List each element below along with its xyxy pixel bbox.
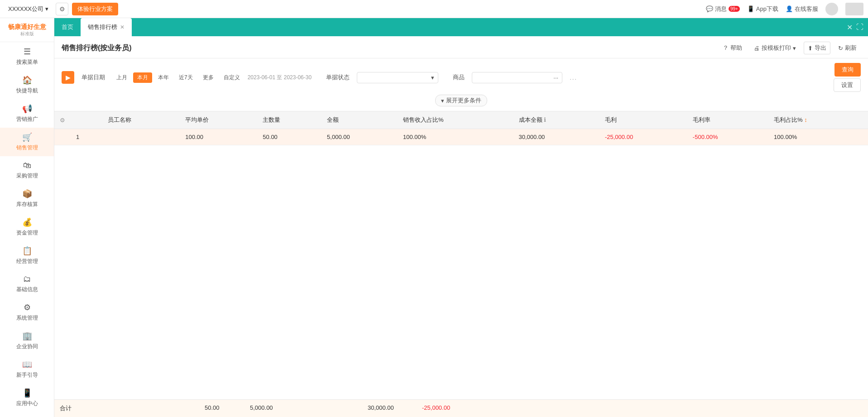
- status-label: 单据状态: [326, 73, 350, 81]
- online-service-label: 在线客服: [795, 5, 818, 13]
- expand-more-conditions-button[interactable]: ▾ 展开更多条件: [435, 95, 487, 106]
- date-btn-this-year[interactable]: 本年: [154, 72, 173, 83]
- help-button[interactable]: ？ 帮助: [719, 42, 746, 54]
- sidebar-item-sales[interactable]: 🛒 销售管理: [0, 128, 54, 156]
- tab-sales-ranking-label: 销售排行榜: [88, 23, 117, 31]
- online-service-button[interactable]: 👤 在线客服: [786, 5, 818, 13]
- tab-home-label: 首页: [62, 23, 73, 31]
- expand-icon: ▾: [441, 97, 444, 104]
- sidebar-item-wechat[interactable]: 💬 企业微信: [0, 412, 54, 417]
- print-chevron-icon: ▾: [793, 45, 796, 52]
- sales-icon: 🛒: [22, 132, 32, 142]
- tab-maximize-icon[interactable]: ⛶: [856, 23, 863, 31]
- cost-info-icon: ℹ: [544, 116, 546, 123]
- footer-amount-value: 5,000.00: [250, 404, 295, 412]
- sidebar-item-basic-info[interactable]: 🗂 基础信息: [0, 270, 54, 298]
- sidebar-item-operation[interactable]: 📋 经营管理: [0, 241, 54, 270]
- filter-toggle-button[interactable]: ▶: [62, 71, 74, 84]
- sidebar-label-quick-nav: 快捷导航: [16, 87, 38, 95]
- th-settings[interactable]: ⚙: [54, 111, 71, 129]
- sidebar-item-search-order[interactable]: ☰ 搜索菜单: [0, 42, 54, 71]
- sidebar-item-app-center[interactable]: 📱 应用中心: [0, 383, 54, 412]
- refresh-button[interactable]: ↻ 刷新: [834, 42, 861, 54]
- sidebar-label-marketing: 营销推广: [16, 115, 38, 123]
- cell-rank: 1: [71, 129, 102, 145]
- cell-employee: [102, 129, 180, 145]
- marketing-icon: 📢: [22, 104, 32, 114]
- settings-gear-button[interactable]: ⚙: [56, 3, 68, 15]
- purchase-icon: 🛍: [23, 161, 31, 170]
- app-center-icon: 📱: [22, 388, 32, 398]
- logo-text-line2: 标准版: [20, 31, 34, 37]
- footer-qty: [159, 404, 196, 412]
- date-range: 2023-06-01 至 2023-06-30: [248, 74, 312, 81]
- right-action-bar: 查询 设置: [834, 63, 861, 92]
- tab-home[interactable]: 首页: [54, 18, 81, 36]
- sidebar-label-app-center: 应用中心: [16, 400, 38, 407]
- enterprise-icon: 🏢: [22, 331, 32, 341]
- tab-minimize-icon[interactable]: ✕: [847, 23, 853, 32]
- cell-amount: 5,000.00: [321, 129, 398, 145]
- table-settings-button[interactable]: 设置: [834, 78, 861, 92]
- query-button[interactable]: 查询: [834, 63, 861, 77]
- gross-pct-sort-icon[interactable]: ↕: [804, 116, 807, 123]
- footer-label: 合计: [60, 404, 150, 412]
- filter-area: ▶ 单据日期 上月 本月 本年 近7天 更多 自定义 2023-06-01 至 …: [54, 58, 868, 111]
- help-label: 帮助: [730, 44, 742, 52]
- app-download-label: App下载: [756, 5, 778, 13]
- goods-input[interactable]: ···: [472, 72, 562, 83]
- export-button[interactable]: ⬆ 导出: [804, 42, 830, 54]
- company-name: XXXXXX公司: [8, 5, 43, 13]
- date-btn-last-month[interactable]: 上月: [112, 72, 131, 83]
- date-btn-custom[interactable]: 自定义: [220, 72, 244, 83]
- sidebar-item-marketing[interactable]: 📢 营销推广: [0, 99, 54, 128]
- th-sales-pct: 销售收入占比%: [398, 111, 513, 129]
- cell-cost: 30,000.00: [513, 129, 599, 145]
- tab-sales-ranking[interactable]: 销售排行榜 ✕: [81, 18, 132, 36]
- sidebar-label-inventory: 库存核算: [16, 201, 38, 208]
- status-select-arrow: ▾: [431, 74, 434, 81]
- more-dots[interactable]: ...: [570, 74, 577, 81]
- sidebar-logo: 畅康通好生意 标准版: [0, 18, 54, 42]
- footer-spacer1: [304, 404, 359, 412]
- date-btn-more[interactable]: 更多: [199, 72, 218, 83]
- status-select[interactable]: ▾: [357, 72, 438, 83]
- message-button[interactable]: 💬 消息 99+: [706, 5, 740, 13]
- refresh-icon: ↻: [838, 45, 843, 52]
- date-btn-this-month[interactable]: 本月: [133, 72, 152, 83]
- th-gross-pct: 毛利占比% ↕: [768, 111, 868, 129]
- header-actions: ？ 帮助 🖨 按模板打印 ▾ ⬆ 导出 ↻ 刷新: [719, 42, 861, 54]
- print-button[interactable]: 🖨 按模板打印 ▾: [750, 42, 800, 54]
- date-btn-7days[interactable]: 近7天: [175, 72, 197, 83]
- sidebar-label-finance: 资金管理: [16, 229, 38, 237]
- sidebar-item-enterprise[interactable]: 🏢 企业协同: [0, 326, 54, 355]
- sidebar-item-guide[interactable]: 📖 新手引导: [0, 355, 54, 383]
- cell-sales-pct: 100.00%: [398, 129, 513, 145]
- tab-close-icon[interactable]: ✕: [120, 24, 125, 30]
- date-label: 单据日期: [82, 73, 105, 81]
- filter-row: ▶ 单据日期 上月 本月 本年 近7天 更多 自定义 2023-06-01 至 …: [62, 63, 861, 92]
- date-buttons: 上月 本月 本年 近7天 更多 自定义 2023-06-01 至 2023-06…: [112, 72, 312, 83]
- company-selector[interactable]: XXXXXX公司 ▾: [5, 3, 52, 15]
- sidebar-item-inventory[interactable]: 📦 库存核算: [0, 184, 54, 213]
- column-settings-icon[interactable]: ⚙: [60, 117, 65, 124]
- app-icon: 📱: [747, 5, 754, 12]
- content-area: 首页 销售排行榜 ✕ ✕ ⛶ 销售排行榜(按业务员) ？ 帮助 🖨 按模: [54, 18, 868, 417]
- sidebar-item-finance[interactable]: 💰 资金管理: [0, 213, 54, 241]
- guide-icon: 📖: [22, 359, 32, 369]
- sidebar-item-system[interactable]: ⚙ 系统管理: [0, 298, 54, 326]
- th-amount: 全额: [321, 111, 398, 129]
- sidebar-item-quick-nav[interactable]: 🏠 快捷导航: [0, 71, 54, 99]
- quick-nav-icon: 🏠: [22, 75, 32, 85]
- help-icon: ？: [723, 44, 729, 52]
- finance-icon: 💰: [22, 217, 32, 227]
- table-row: 1 100.00 50.00 5,000.00 100.00% 30,000.0…: [54, 129, 868, 145]
- footer-gross-value: -25,000.00: [422, 404, 458, 412]
- sidebar-item-purchase[interactable]: 🛍 采购管理: [0, 156, 54, 184]
- th-rank: [71, 111, 102, 129]
- main-layout: 畅康通好生意 标准版 ☰ 搜索菜单 🏠 快捷导航 📢 营销推广 🛒 销售管理 🛍…: [0, 18, 868, 417]
- export-label: 导出: [815, 44, 826, 52]
- avatar[interactable]: [825, 3, 838, 15]
- trial-industry-button[interactable]: 体验行业方案: [72, 3, 118, 15]
- app-download-button[interactable]: 📱 App下载: [747, 5, 778, 13]
